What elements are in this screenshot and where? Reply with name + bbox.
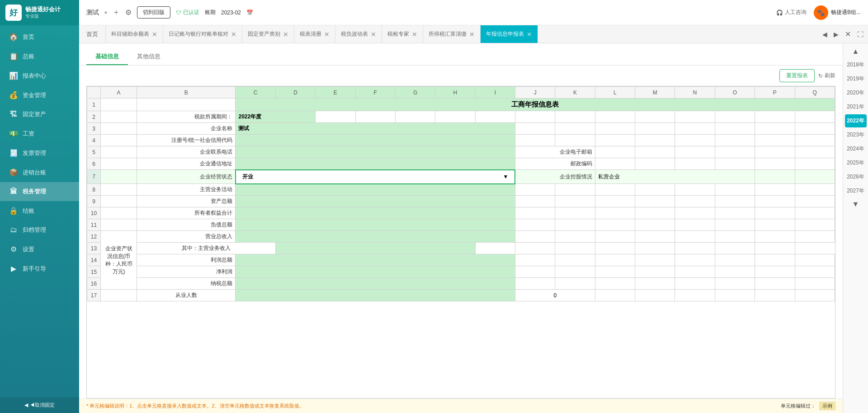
cell[interactable] [236, 146, 515, 158]
cell[interactable] [595, 278, 635, 290]
cell[interactable]: 所有者权益合计 [137, 207, 236, 219]
cell[interactable]: 资产总额 [137, 196, 236, 207]
cell[interactable] [635, 146, 675, 158]
year-item[interactable]: 2026年 [845, 170, 867, 183]
cell[interactable] [101, 123, 137, 135]
cell[interactable] [755, 184, 795, 196]
tab-close-button[interactable]: ✕ [371, 31, 376, 38]
cell[interactable] [675, 254, 715, 266]
cell[interactable] [275, 243, 475, 254]
cell[interactable] [755, 135, 795, 146]
year-scroll-down-button[interactable]: ▼ [847, 199, 865, 210]
cell[interactable]: 从业人数 [137, 290, 236, 301]
cell[interactable] [515, 135, 555, 146]
cell[interactable] [515, 219, 555, 231]
cell[interactable] [795, 184, 835, 196]
year-item[interactable]: 2020年 [845, 86, 867, 99]
cell[interactable] [236, 184, 515, 196]
cell[interactable] [755, 243, 795, 254]
cell[interactable] [675, 278, 715, 290]
cell[interactable] [515, 207, 555, 219]
cell[interactable] [595, 266, 635, 278]
tab-5[interactable]: 税负波动表✕ [335, 25, 382, 43]
cell[interactable] [595, 196, 635, 207]
cell[interactable] [236, 266, 515, 278]
year-item[interactable]: 2023年 [845, 128, 867, 141]
cell[interactable] [675, 123, 715, 135]
cell[interactable] [675, 219, 715, 231]
cell[interactable] [715, 184, 755, 196]
tab-scroll-left-button[interactable]: ◀ [820, 29, 830, 40]
cell[interactable] [101, 196, 137, 207]
cell-postcode-label[interactable]: 邮政编码 [515, 158, 595, 170]
cell[interactable] [795, 278, 835, 290]
year-item[interactable]: 2025年 [845, 156, 867, 169]
cell[interactable] [236, 196, 515, 207]
cell[interactable] [715, 196, 755, 207]
cell[interactable] [236, 207, 515, 219]
cell[interactable] [595, 219, 635, 231]
spreadsheet-wrapper[interactable]: ABCDEFGHIJKLMNOPQ 1工商年报信息表2税款所属期间：2022年度… [86, 86, 835, 399]
sidebar-collapse-button[interactable]: ◀ ◀取消固定 [0, 397, 79, 413]
sidebar-item-archive[interactable]: 🗂归档管理 [0, 221, 79, 239]
sidebar-item-close[interactable]: 🔒结账 [0, 201, 79, 221]
cell[interactable] [755, 170, 795, 184]
cell[interactable] [635, 196, 675, 207]
cell[interactable] [635, 290, 675, 301]
cell[interactable] [795, 158, 835, 170]
cell[interactable] [435, 111, 475, 123]
cell[interactable]: 企业联系电话 [137, 146, 236, 158]
cell-company-name[interactable]: 测试 [236, 123, 515, 135]
cell[interactable] [795, 207, 835, 219]
title-cell[interactable]: 工商年报信息表 [236, 99, 835, 111]
sidebar-item-report[interactable]: 📊报表中心 [0, 66, 79, 85]
cell[interactable] [715, 243, 755, 254]
year-item[interactable]: 2018年 [845, 58, 867, 71]
cell[interactable] [635, 266, 675, 278]
sidebar-item-invoice[interactable]: 🧾发票管理 [0, 143, 79, 163]
user-menu[interactable]: 🐾 畅捷通B组... [814, 5, 861, 20]
cell[interactable] [635, 207, 675, 219]
cell[interactable] [515, 123, 555, 135]
cell[interactable] [795, 231, 835, 243]
topbar-dropdown-icon[interactable]: ▾ [104, 9, 107, 16]
cell[interactable] [715, 231, 755, 243]
cell[interactable] [555, 111, 595, 123]
cell[interactable] [515, 184, 555, 196]
refresh-button[interactable]: ↻ 刷新 [818, 72, 835, 80]
cell[interactable] [137, 99, 236, 111]
cell[interactable] [755, 290, 795, 301]
cell[interactable]: 企业通信地址 [137, 158, 236, 170]
cell[interactable] [755, 266, 795, 278]
cell[interactable]: 利润总额 [137, 254, 236, 266]
cell[interactable] [555, 243, 595, 254]
cell[interactable] [515, 278, 555, 290]
cell[interactable] [101, 135, 137, 146]
cell[interactable] [101, 99, 137, 111]
cell[interactable] [475, 243, 515, 254]
cell[interactable] [236, 254, 515, 266]
year-item[interactable]: 2022年 [845, 114, 867, 127]
tab-close-button[interactable]: ✕ [231, 31, 236, 38]
cell[interactable] [795, 290, 835, 301]
cell[interactable] [755, 219, 795, 231]
cell[interactable] [795, 254, 835, 266]
cell[interactable] [675, 196, 715, 207]
tab-close-button[interactable]: ✕ [324, 31, 330, 38]
cell[interactable] [755, 278, 795, 290]
cell[interactable] [635, 219, 675, 231]
cell-sub-label[interactable]: 其中：主营业务收入 [137, 243, 276, 254]
cell[interactable] [236, 219, 515, 231]
cell[interactable] [715, 146, 755, 158]
cell[interactable] [555, 123, 595, 135]
cell[interactable] [595, 111, 635, 123]
cell[interactable] [755, 146, 795, 158]
cell[interactable] [635, 231, 675, 243]
cell[interactable] [515, 266, 555, 278]
cell[interactable] [635, 278, 675, 290]
cell[interactable] [595, 207, 635, 219]
topbar-settings-button[interactable]: ⚙ [125, 8, 132, 17]
cell[interactable] [395, 111, 435, 123]
tab-expand-button[interactable]: ⛶ [854, 29, 866, 40]
cell[interactable] [555, 219, 595, 231]
